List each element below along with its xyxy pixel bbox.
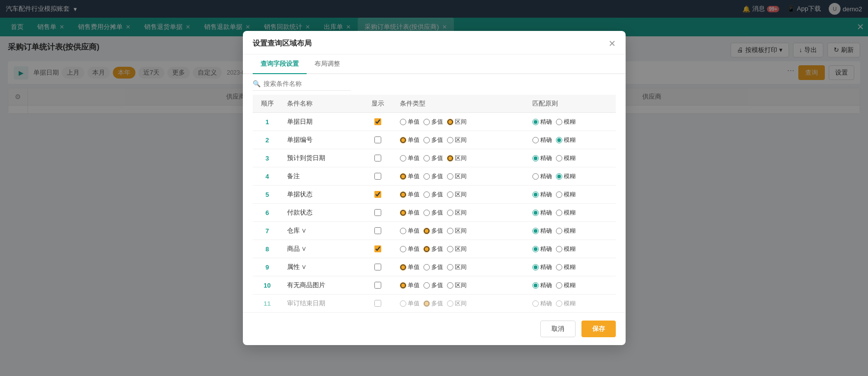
modal-search-area: 🔍 — [243, 74, 626, 95]
modal-header: 设置查询区域布局 ✕ — [243, 31, 626, 54]
type-option-区间[interactable]: 区间 — [447, 118, 467, 120]
search-input[interactable] — [263, 80, 342, 87]
type-radio[interactable] — [423, 119, 430, 120]
settings-modal: 设置查询区域布局 ✕ 查询字段设置 布局调整 🔍 — [243, 31, 626, 120]
display-checkbox[interactable] — [374, 118, 381, 120]
type-radio[interactable] — [447, 119, 453, 120]
search-wrap: 🔍 — [253, 80, 351, 91]
modal-overlay[interactable]: 设置查询区域布局 ✕ 查询字段设置 布局调整 🔍 — [0, 0, 868, 120]
col-type: 条件类型 — [395, 95, 527, 113]
modal-title: 设置查询区域布局 — [253, 39, 312, 48]
type-option-单值[interactable]: 单值 — [400, 118, 420, 120]
match-option-精确[interactable]: 精确 — [532, 118, 552, 120]
modal-fields-table: 顺序 条件名称 显示 条件类型 匹配原则 — [253, 95, 616, 120]
col-name: 条件名称 — [282, 95, 361, 113]
match-option-模糊[interactable]: 模糊 — [556, 118, 576, 120]
col-display: 显示 — [361, 95, 395, 113]
match-radio[interactable] — [556, 119, 562, 120]
col-order: 顺序 — [253, 95, 282, 113]
col-match: 匹配原则 — [527, 95, 616, 113]
type-radio[interactable] — [400, 119, 406, 120]
row-match: 精确模糊 — [527, 113, 616, 120]
modal-close-btn[interactable]: ✕ — [608, 39, 616, 48]
row-order: 1 — [253, 113, 282, 120]
modal-tabs: 查询字段设置 布局调整 — [243, 54, 626, 74]
modal-body: 顺序 条件名称 显示 条件类型 匹配原则 — [243, 95, 626, 120]
row-name: 单据日期 — [282, 113, 361, 120]
match-radio[interactable] — [532, 119, 539, 120]
modal-tab-layout[interactable]: 布局调整 — [307, 54, 348, 74]
modal-tab-fields[interactable]: 查询字段设置 — [253, 54, 307, 74]
search-icon: 🔍 — [253, 80, 261, 87]
row-type: 单值多值区间 — [395, 113, 527, 120]
row-display[interactable] — [361, 113, 395, 120]
type-option-多值[interactable]: 多值 — [423, 118, 443, 120]
modal-table-row: 1单据日期单值多值区间精确模糊 — [253, 113, 616, 120]
